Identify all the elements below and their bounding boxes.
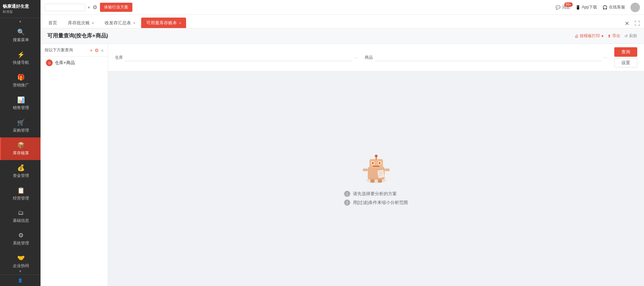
sales-icon: 📊: [17, 96, 25, 104]
empty-illustration: [359, 152, 393, 185]
sidebar-user[interactable]: 👤: [0, 275, 41, 286]
tab-close-batch[interactable]: ×: [92, 21, 94, 25]
svg-rect-9: [385, 168, 390, 171]
online-service-item[interactable]: 🎧 在线客服: [602, 4, 625, 10]
search-input[interactable]: [45, 4, 85, 11]
warehouse-label: 仓库: [115, 55, 123, 60]
sidebar-item-shortcut[interactable]: ⚡ 快捷导航: [0, 47, 41, 70]
sidebar-item-finance[interactable]: 💰 资金管理: [0, 160, 41, 183]
product-input[interactable]: [375, 54, 602, 61]
empty-tips: 1 请先选择要分析的方案 2 用[过滤]条件来缩小分析范围: [344, 191, 408, 206]
filter-bar: 仓库 ··· 商品 ··· 查询 设置: [108, 44, 644, 71]
sidebar-item-purchase[interactable]: 🛒 采购管理: [0, 115, 41, 137]
sidebar: 畅康通好生意 标准版 ▲ 🔍 搜索菜单 ⚡ 快捷导航 🎁 营销推广 📊 销售管理…: [0, 0, 41, 286]
scheme-label: 仓库+商品: [55, 60, 75, 66]
svg-rect-12: [370, 179, 375, 183]
sidebar-item-operation[interactable]: 📋 经营管理: [0, 183, 41, 205]
sidebar-item-label-system: 系统管理: [13, 240, 29, 246]
topbar-gear-icon[interactable]: ⚙: [93, 4, 97, 10]
tab-label-summary: 收发存汇总表: [105, 20, 131, 26]
product-label: 商品: [365, 55, 373, 60]
avatar[interactable]: [630, 3, 640, 12]
enterprise-icon: 🤝: [17, 254, 25, 262]
scheme-settings-icon[interactable]: ⚙: [95, 48, 99, 53]
left-panel-title: 按以下方案查询: [45, 47, 73, 53]
topbar-chevron-icon[interactable]: ▾: [88, 5, 90, 10]
add-scheme-icon[interactable]: +: [90, 48, 93, 53]
sidebar-item-search[interactable]: 🔍 搜索菜单: [0, 24, 41, 47]
svg-rect-14: [377, 170, 385, 178]
tab-close-available[interactable]: ×: [179, 21, 181, 25]
product-more-btn[interactable]: ···: [603, 55, 608, 60]
tab-label-available: 可用量库存账本: [146, 20, 177, 26]
query-btn[interactable]: 查询: [614, 47, 637, 57]
scroll-down-arrow[interactable]: ▼: [0, 268, 41, 275]
svg-point-11: [375, 155, 378, 157]
sidebar-item-label-basic: 基础信息: [13, 218, 29, 224]
warehouse-more-btn[interactable]: ···: [354, 55, 358, 60]
sidebar-logo: 畅康通好生意 标准版: [0, 0, 41, 18]
tab-summary[interactable]: 收发存汇总表×: [100, 18, 140, 28]
sidebar-item-label-inventory: 库存核算: [13, 150, 29, 156]
svg-rect-13: [378, 179, 382, 183]
empty-state: 1 请先选择要分析的方案 2 用[过滤]条件来缩小分析范围: [108, 71, 644, 286]
svg-rect-8: [363, 168, 368, 171]
sidebar-item-sales[interactable]: 📊 销售管理: [0, 92, 41, 115]
tab-home[interactable]: 首页: [43, 18, 62, 28]
svg-point-6: [379, 162, 381, 164]
shortcut-icon: ⚡: [17, 51, 25, 58]
sidebar-item-system[interactable]: ⚙ 系统管理: [0, 228, 41, 250]
phone-icon: 📱: [575, 5, 581, 10]
purchase-icon: 🛒: [17, 119, 25, 126]
maximize-window-btn[interactable]: ⛶: [633, 19, 641, 28]
sidebar-item-enterprise[interactable]: 🤝 企业协同: [0, 250, 41, 268]
sidebar-item-marketing[interactable]: 🎁 营销推广: [0, 70, 41, 92]
topbar: ▾ ⚙ 体验行业方案 💬 消息 99+ 📱 App下载 🎧 在线客服: [41, 0, 644, 15]
message-item[interactable]: 💬 消息 99+: [556, 4, 570, 10]
tab-batch[interactable]: 库存批次账×: [63, 18, 99, 28]
main-area: ▾ ⚙ 体验行业方案 💬 消息 99+ 📱 App下载 🎧 在线客服 首页库存批…: [41, 0, 644, 286]
close-window-btn[interactable]: ✕: [623, 19, 630, 28]
sidebar-item-label-search: 搜索菜单: [13, 37, 29, 43]
tab-label-batch: 库存批次账: [68, 20, 90, 26]
scheme-item[interactable]: ⊙ 仓库+商品: [41, 57, 108, 69]
print-btn[interactable]: 🖨 按模板打印 ▾: [574, 33, 603, 39]
page-title: 可用量查询(按仓库+商品): [47, 32, 108, 40]
marketing-icon: 🎁: [17, 74, 25, 81]
scroll-up-arrow[interactable]: ▲: [0, 18, 41, 24]
app-download-label: App下载: [582, 4, 597, 10]
refresh-btn[interactable]: ↺ 刷新: [624, 33, 637, 39]
tab-available[interactable]: 可用量库存账本×: [141, 18, 186, 28]
collapse-panel-icon[interactable]: «: [101, 48, 104, 53]
topbar-right: 💬 消息 99+ 📱 App下载 🎧 在线客服: [556, 3, 640, 12]
industry-btn[interactable]: 体验行业方案: [100, 3, 132, 12]
tab-close-summary[interactable]: ×: [133, 21, 135, 25]
sidebar-item-inventory[interactable]: 📦 库存核算: [0, 137, 41, 160]
svg-point-5: [372, 162, 374, 164]
export-btn[interactable]: ⬆ 导出: [608, 33, 620, 39]
refresh-label: 刷新: [629, 33, 637, 39]
filter-settings-btn[interactable]: 设置: [614, 58, 637, 68]
app-download-item[interactable]: 📱 App下载: [575, 4, 597, 10]
content-area: 按以下方案查询 + ⚙ « ⊙ 仓库+商品 仓库: [41, 44, 644, 286]
sidebar-item-label-marketing: 营销推广: [13, 82, 29, 88]
page-header-actions: 🖨 按模板打印 ▾ ⬆ 导出 ↺ 刷新: [574, 33, 637, 39]
tab-window-btns: ✕ ⛶: [623, 19, 641, 28]
tabs-bar: 首页库存批次账×收发存汇总表×可用量库存账本× ✕ ⛶: [41, 15, 644, 28]
tab-label-home: 首页: [48, 20, 57, 26]
warehouse-input[interactable]: [125, 54, 352, 61]
online-service-label: 在线客服: [609, 4, 625, 10]
tip-text-1: 请先选择要分析的方案: [353, 191, 397, 197]
left-panel: 按以下方案查询 + ⚙ « ⊙ 仓库+商品: [41, 44, 108, 286]
svg-rect-7: [373, 166, 380, 167]
topbar-search: [45, 4, 85, 11]
message-badge: 99+: [564, 2, 573, 7]
right-area: 仓库 ··· 商品 ··· 查询 设置: [108, 44, 644, 286]
sidebar-item-basic[interactable]: 🗂 基础信息: [0, 205, 41, 228]
app-version: 标准版: [3, 9, 38, 14]
sidebar-item-label-shortcut: 快捷导航: [13, 60, 29, 66]
tip-num-1: 1: [344, 191, 350, 197]
search-icon: 🔍: [17, 28, 25, 36]
left-panel-header: 按以下方案查询 + ⚙ «: [41, 44, 108, 57]
sidebar-item-label-operation: 经营管理: [13, 196, 29, 201]
